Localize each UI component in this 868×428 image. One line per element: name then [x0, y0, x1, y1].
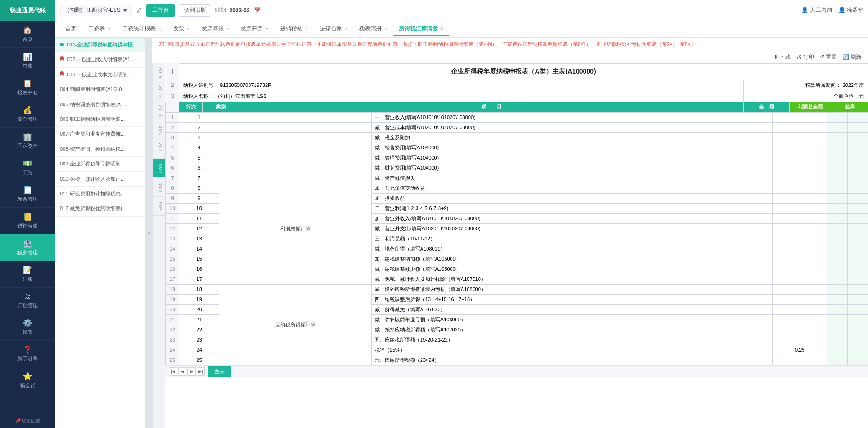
warning-text: 2019年度步及取以前年度结转数据的申报表单元格需要手工维护正确，才能保证本年及…: [159, 41, 698, 47]
tab-close-icon[interactable]: ×: [266, 26, 268, 31]
sidebar-item-salary[interactable]: 💵 工资: [0, 154, 55, 181]
nav-next-button[interactable]: ▶: [187, 367, 196, 376]
collapse-panel-button[interactable]: ‹: [145, 38, 152, 428]
year-2019[interactable]: 2019: [153, 63, 165, 82]
user-avatar[interactable]: 👤 徐逻华: [839, 6, 863, 14]
form-list-item-006[interactable]: 006-职工薪酬纳税调整明细...: [55, 112, 145, 127]
tab-close-icon[interactable]: ×: [305, 26, 308, 31]
tab-sales-ledger[interactable]: 进销台账 ×: [314, 22, 353, 36]
sidebar-item-sales[interactable]: 📒 进销台账: [0, 208, 55, 234]
sidebar-item-assets[interactable]: 🏢 固定资产: [0, 128, 55, 154]
sidebar-item-ledger[interactable]: 📊 总账: [0, 48, 55, 74]
amount-value[interactable]: [773, 284, 827, 294]
sidebar-item-tax[interactable]: 🏦 税务管理: [0, 234, 55, 261]
amount-value[interactable]: [773, 223, 827, 234]
amount-value[interactable]: [773, 163, 827, 173]
year-2023[interactable]: 2023: [153, 177, 165, 196]
amount-value[interactable]: [773, 335, 827, 345]
year-2016[interactable]: 2016: [153, 82, 165, 101]
amount-value[interactable]: [773, 294, 827, 304]
amount-value[interactable]: [773, 325, 827, 335]
sidebar-item-archive[interactable]: 🗂 归档管理: [0, 288, 55, 314]
amount-value[interactable]: [773, 183, 827, 193]
amount-value[interactable]: [773, 213, 827, 223]
tab-invoice-open[interactable]: 发票开票 ×: [235, 22, 274, 36]
amount-value[interactable]: [773, 193, 827, 203]
form-list-item-008[interactable]: 008-资产折旧、摊销及纳税...: [55, 142, 145, 157]
company-selector[interactable]: （勾删）江西服宝-LSS ▼: [60, 5, 132, 16]
form-list-item-012[interactable]: 012-减免所得税优惠明细表(...: [55, 201, 145, 216]
tab-close-icon[interactable]: ×: [345, 26, 347, 31]
tab-close-icon[interactable]: ×: [187, 26, 190, 31]
nav-first-button[interactable]: |◀: [169, 367, 177, 376]
form-list-item-009[interactable]: 009-企业所得税补亏损明细...: [55, 157, 145, 171]
amount-value[interactable]: 0.25: [773, 345, 827, 355]
workbench-button[interactable]: 工作台: [146, 4, 175, 17]
tab-salary[interactable]: 工资表 ×: [83, 22, 116, 36]
sidebar-item-invoice[interactable]: 🧾 发票管理: [0, 181, 55, 208]
sidebar-item-reports[interactable]: 📋 报表中心: [0, 74, 55, 101]
tab-home[interactable]: 首页: [60, 22, 82, 36]
sidebar-item-home[interactable]: 🏠 首页: [0, 21, 55, 48]
amount-value[interactable]: [773, 355, 827, 365]
form-list-item-001[interactable]: 001-企业所得税年度纳税申报...: [55, 38, 145, 52]
year-2018[interactable]: 2018: [153, 101, 165, 120]
tab-income-tax[interactable]: 所得税汇算清缴 ×: [393, 22, 449, 36]
year-2024[interactable]: 2024: [153, 197, 165, 216]
sidebar-item-funds[interactable]: 💰 资金管理: [0, 101, 55, 128]
sidebar-item-settings[interactable]: ⚙️ 设置: [0, 314, 55, 341]
bottom-tab-main[interactable]: 主表: [208, 366, 231, 377]
row-number: 14: [166, 244, 179, 254]
form-list-item-007[interactable]: 007-广告费和业务宣传费摊...: [55, 127, 145, 142]
diff-value: [847, 234, 868, 244]
amount-value[interactable]: [773, 173, 827, 183]
refresh-button[interactable]: 🔄 刷新: [842, 53, 862, 61]
form-list-item-005[interactable]: 005-纳税调整项目明细表(A1...: [55, 97, 145, 112]
tab-salary-stats[interactable]: 工资统计报表 ×: [117, 22, 167, 36]
amount-value[interactable]: [773, 304, 827, 314]
nav-last-button[interactable]: ▶|: [197, 367, 205, 376]
service-btn[interactable]: 👤 人工咨询: [801, 6, 832, 14]
year-2021[interactable]: 2021: [153, 139, 165, 158]
form-list-item-010[interactable]: 010-免税、减计收入及加计...: [55, 172, 145, 187]
amount-value[interactable]: [773, 122, 827, 132]
tab-close-icon[interactable]: ×: [158, 26, 161, 31]
sidebar-item-member[interactable]: ⭐ 畅会员: [0, 367, 55, 394]
print-icon: 🖨: [796, 54, 802, 60]
form-list-item-003[interactable]: ⊙ 003-一般企业成本支出明细...: [55, 68, 145, 82]
amount-value[interactable]: [773, 314, 827, 325]
form-list-item-004[interactable]: 004-期间费用明细表(A1040...: [55, 82, 145, 97]
form-list-item-011[interactable]: 011-研发费用加计扣除优惠...: [55, 187, 145, 201]
year-2022[interactable]: 2022: [153, 159, 165, 177]
tab-close-icon[interactable]: ×: [108, 26, 110, 31]
amount-value[interactable]: [773, 254, 827, 264]
tab-close-icon[interactable]: ×: [384, 26, 387, 31]
tab-close-icon[interactable]: ×: [440, 26, 443, 31]
tab-tax-list[interactable]: 税表清册 ×: [354, 22, 393, 36]
line-number: 4: [179, 143, 219, 153]
amount-value[interactable]: [773, 132, 827, 143]
download-button[interactable]: ⬇ 下载: [774, 53, 791, 61]
year-2020[interactable]: 2020: [153, 120, 165, 139]
sidebar-item-guide[interactable]: ❓ 新手引导: [0, 341, 55, 367]
tab-audit[interactable]: 进销稽核 ×: [275, 22, 313, 36]
print-button[interactable]: 🖨 打印: [796, 53, 814, 61]
nav-prev-button[interactable]: ◀: [178, 367, 186, 376]
amount-value[interactable]: [773, 112, 827, 122]
amount-value[interactable]: [773, 244, 827, 254]
amount-value[interactable]: [773, 234, 827, 244]
tab-close-icon[interactable]: ×: [226, 26, 229, 31]
sidebar-pin-toggle[interactable]: 📌 取消固定: [0, 414, 55, 428]
switch-old-button[interactable]: 切到旧版: [179, 4, 211, 17]
amount-value[interactable]: [773, 153, 827, 163]
amount-value[interactable]: [773, 264, 827, 274]
tab-invoice[interactable]: 发票 ×: [168, 22, 195, 36]
form-list-panel: 001-企业所得税年度纳税申报... ⊙ 002-一般企业收入明细表(A1...…: [55, 38, 145, 428]
amount-value[interactable]: [773, 203, 827, 213]
reset-button[interactable]: ↺ 重置: [820, 53, 837, 61]
sidebar-item-closing[interactable]: 📝 结账: [0, 261, 55, 288]
form-list-item-002[interactable]: ⊙ 002-一般企业收入明细表(A1...: [55, 52, 145, 67]
tab-invoice-calc[interactable]: 发票算账 ×: [196, 22, 235, 36]
amount-value[interactable]: [773, 143, 827, 153]
amount-value[interactable]: [773, 274, 827, 284]
